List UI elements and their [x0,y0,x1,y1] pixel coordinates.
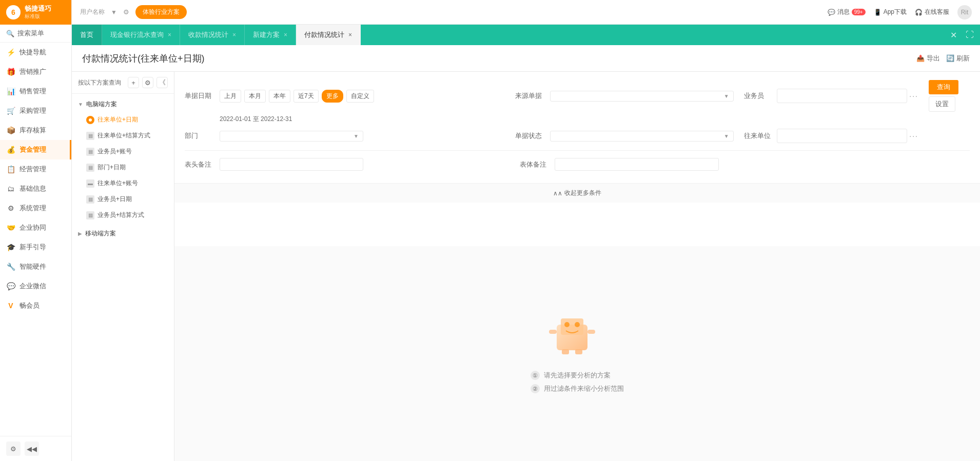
page-header: 付款情况统计(往来单位+日期) 📤 导出 🔄 刷新 [72,45,980,72]
scheme-item-unit-date[interactable]: 往来单位+日期 [72,112,174,128]
staff-input[interactable] [777,89,908,103]
tab-new-scheme[interactable]: 新建方案 × [245,25,296,45]
date-btn-more[interactable]: 更多 [322,90,343,103]
export-button[interactable]: 📤 导出 [916,54,940,63]
business-icon: 📋 [6,165,15,174]
scheme-collapse-button[interactable]: 《 [156,77,168,88]
system-icon: ⚙ [6,204,15,213]
counterparty-label: 往来单位 [744,131,775,141]
sidebar-item-guide[interactable]: 🎓 新手引导 [0,237,71,257]
date-btn-last-7days[interactable]: 近7天 [293,90,319,103]
filter-form: 单据日期 上月 本月 本年 近7天 更多 自定义 来源单据 [174,72,980,183]
body-note-label: 表体备注 [520,160,551,169]
tab-expand-icon[interactable]: ⛶ [964,29,976,41]
messages-action[interactable]: 💬 消息 99+ [828,8,866,16]
tab-home[interactable]: 首页 [72,25,102,45]
tab-close-all-icon[interactable]: ✕ [947,29,959,41]
sidebar-collapse-button[interactable]: ◀◀ [25,442,39,456]
header-note-label: 表头备注 [185,160,215,169]
search-label: 搜索菜单 [17,29,44,38]
scheme-item-label: 业务员+日期 [97,195,132,204]
tab-home-label: 首页 [80,30,93,39]
tab-payment-stat[interactable]: 付款情况统计 × [296,25,361,45]
sales-icon: 📊 [6,87,15,96]
scheme-item-dept-date[interactable]: ▦ 部门+日期 [72,159,174,175]
sidebar-item-enterprise[interactable]: 🤝 企业协同 [0,218,71,237]
page-actions: 📤 导出 🔄 刷新 [916,54,970,63]
settings-button[interactable]: 设置 [929,96,955,112]
app-download-action[interactable]: 📱 App下载 [874,8,907,16]
guide-icon: 🎓 [6,243,15,252]
mobile-scheme-header[interactable]: ▶ 移动端方案 [72,226,174,241]
user-avatar[interactable]: Rit [957,5,972,19]
svg-point-2 [564,322,570,327]
query-button[interactable]: 查询 [929,80,958,94]
tab-bank-flow[interactable]: 现金银行流水查询 × [102,25,180,45]
svg-rect-5 [587,330,595,334]
tab-payment-stat-close-icon[interactable]: × [348,31,352,38]
scheme-item-table-icon: ▦ [86,132,94,140]
tab-bank-flow-close-icon[interactable]: × [168,31,171,38]
topbar: 用户名称 ▼ ⚙ 体验行业方案 💬 消息 99+ 📱 App下载 🎧 在线客服 … [72,0,980,25]
scheme-settings-button[interactable]: ⚙ [142,77,153,88]
sidebar-item-quick-nav[interactable]: ⚡ 快捷导航 [0,43,71,62]
finance-icon: 💰 [6,145,15,154]
scheme-add-button[interactable]: + [128,77,139,88]
topbar-settings-icon[interactable]: ⚙ [123,8,129,16]
hardware-icon: 🔧 [6,262,15,271]
date-btn-this-year[interactable]: 本年 [269,90,290,103]
desktop-group-arrow-icon: ▼ [78,102,83,107]
sidebar-item-member[interactable]: V 畅会员 [0,296,71,315]
topbar-actions: 💬 消息 99+ 📱 App下载 🎧 在线客服 Rit [828,5,972,19]
mobile-group-arrow-icon: ▶ [78,231,82,236]
sidebar-item-hardware[interactable]: 🔧 智能硬件 [0,257,71,276]
scheme-item-staff-account[interactable]: ▦ 业务员+账号 [72,144,174,159]
trial-btn[interactable]: 体验行业方案 [135,5,187,19]
sidebar-item-inventory[interactable]: 📦 库存核算 [0,121,71,140]
enterprise-icon: 🤝 [6,223,15,232]
tab-new-scheme-label: 新建方案 [253,30,280,39]
source-select[interactable]: ▼ [550,91,734,102]
scheme-item-unit-account[interactable]: ▬ 往来单位+账号 [72,175,174,191]
sidebar-settings-button[interactable]: ⚙ [6,442,21,456]
scheme-item-staff-date[interactable]: ▦ 业务员+日期 [72,191,174,207]
sidebar-item-wechat[interactable]: 💬 企业微信 [0,276,71,296]
tab-receivable-close-icon[interactable]: × [232,31,236,38]
tab-receivable[interactable]: 收款情况统计 × [180,25,245,45]
sidebar-item-finance[interactable]: 💰 资金管理 [0,140,71,159]
empty-tip-1: ① 请先选择要分析的方案 [531,371,624,380]
date-btn-this-month[interactable]: 本月 [244,90,266,103]
sidebar-item-purchase[interactable]: 🛒 采购管理 [0,101,71,121]
sidebar-item-sales[interactable]: 📊 销售管理 [0,82,71,101]
voucher-status-select[interactable]: ▼ [550,131,734,142]
body-note-input[interactable] [555,158,719,171]
tab-new-scheme-close-icon[interactable]: × [284,31,287,38]
online-service-label: 在线客服 [925,8,949,16]
tabbar: 首页 现金银行流水查询 × 收款情况统计 × 新建方案 × 付款情况统计 × ✕… [72,25,980,45]
refresh-icon: 🔄 [946,54,954,62]
filter-actions-col: 查询 设置 [929,80,970,112]
page-title: 付款情况统计(往来单位+日期) [82,52,205,65]
desktop-group-header[interactable]: ▼ 电脑端方案 [72,97,174,112]
scheme-item-unit-settlement[interactable]: ▦ 往来单位+结算方式 [72,128,174,144]
counterparty-more-icon[interactable]: ··· [909,132,918,140]
search-menu[interactable]: 🔍 搜索菜单 [0,25,71,43]
sidebar-item-basic[interactable]: 🗂 基础信息 [0,179,71,198]
tab-payment-stat-label: 付款情况统计 [304,30,344,39]
collapse-up-icon: ∧∧ [553,190,562,197]
refresh-button[interactable]: 🔄 刷新 [946,54,970,63]
staff-more-icon[interactable]: ··· [909,92,918,100]
sidebar-item-marketing[interactable]: 🎁 营销推广 [0,62,71,82]
content-area: 按以下方案查询 + ⚙ 《 ▼ 电脑端方案 往来单位+日期 [72,72,980,461]
empty-tips: ① 请先选择要分析的方案 ② 用过滤条件来缩小分析范围 [531,371,624,397]
scheme-item-staff-settlement[interactable]: ▦ 业务员+结算方式 [72,207,174,223]
date-btn-last-month[interactable]: 上月 [220,90,241,103]
counterparty-input[interactable] [777,129,908,143]
date-btn-custom[interactable]: 自定义 [346,90,374,103]
sidebar-item-system[interactable]: ⚙ 系统管理 [0,198,71,218]
collapse-bar[interactable]: ∧∧ 收起更多条件 [174,183,980,203]
sidebar-item-business[interactable]: 📋 经营管理 [0,159,71,179]
dept-select[interactable]: ▼ [220,131,363,142]
online-service-action[interactable]: 🎧 在线客服 [915,8,949,16]
header-note-input[interactable] [220,158,363,171]
